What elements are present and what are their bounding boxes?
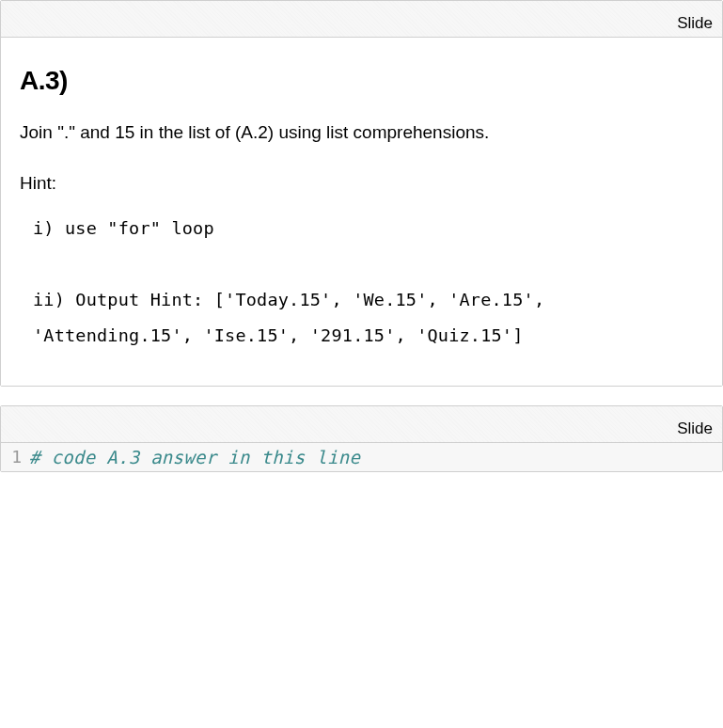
code-editor[interactable]: 1 # code A.3 answer in this line	[1, 443, 722, 471]
hint-body: i) use "for" loop ii) Output Hint: ['Tod…	[20, 211, 703, 354]
cell-header[interactable]: Slide	[1, 406, 722, 443]
slide-type-label: Slide	[677, 14, 713, 32]
slide-type-label: Slide	[677, 419, 713, 437]
code-line[interactable]: # code A.3 answer in this line	[27, 447, 722, 467]
markdown-content: A.3) Join "." and 15 in the list of (A.2…	[1, 38, 722, 386]
hint-label: Hint:	[20, 173, 703, 194]
cell-header[interactable]: Slide	[1, 1, 722, 38]
code-cell: Slide 1 # code A.3 answer in this line	[0, 405, 723, 472]
line-number: 1	[1, 447, 27, 467]
question-heading: A.3)	[20, 66, 703, 96]
question-text: Join "." and 15 in the list of (A.2) usi…	[20, 122, 703, 143]
markdown-cell: Slide A.3) Join "." and 15 in the list o…	[0, 0, 723, 387]
